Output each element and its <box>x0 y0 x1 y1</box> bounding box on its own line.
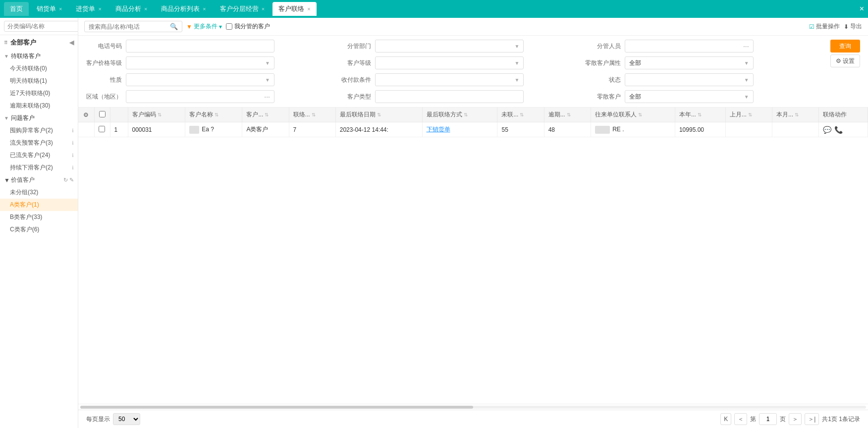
th-settings[interactable]: ⚙ <box>78 107 94 122</box>
sidebar-item-abnormal[interactable]: 囤购异常客户(2) ℹ <box>0 124 78 137</box>
sidebar-item-ungroup[interactable]: 未分组(32) <box>0 186 78 199</box>
horizontal-scrollbar[interactable] <box>78 404 868 410</box>
my-customers-checkbox[interactable] <box>226 23 232 30</box>
adv-field-customer-type: 客户类型 <box>335 90 575 103</box>
tab-product-list[interactable]: 商品分析列表 × <box>155 2 212 16</box>
th-last-date-label: 最后联络日期 <box>340 111 376 118</box>
sidebar-item-warning[interactable]: 流失预警客户(3) ℹ <box>0 137 78 149</box>
action-phone-icon[interactable]: 📞 <box>834 126 843 134</box>
sidebar-item-abnormal-label: 囤购异常客户(2) <box>10 126 53 135</box>
th-no-contact[interactable]: 未联...⇅ <box>497 107 544 122</box>
sidebar-item-today[interactable]: 今天待联络(0) <box>0 62 78 75</box>
edit-icon[interactable]: ✎ <box>69 177 74 183</box>
tab-product-analysis-close[interactable]: × <box>144 6 147 12</box>
th-this-month[interactable]: 本月...⇅ <box>772 107 818 122</box>
adv-select-region[interactable]: ··· <box>126 90 274 103</box>
tab-product-analysis[interactable]: 商品分析 × <box>109 2 153 16</box>
tab-sales-close[interactable]: × <box>59 6 62 12</box>
tab-customer-contact[interactable]: 客户联络 × <box>272 2 316 16</box>
th-overdue[interactable]: 逾期...⇅ <box>544 107 591 122</box>
first-page-btn[interactable]: K <box>720 413 731 425</box>
sort-icon-overdue: ⇅ <box>567 112 571 117</box>
tab-purchase[interactable]: 进货单 × <box>70 2 107 16</box>
refresh-icon[interactable]: ↻ <box>63 177 68 183</box>
adv-select-price-level[interactable]: ▼ <box>126 56 274 69</box>
row-last-method[interactable]: 下销货单 <box>427 126 450 133</box>
adv-field-price-level: 客户价格等级 ▼ <box>86 56 326 69</box>
adv-input-phone[interactable] <box>126 40 274 53</box>
last-page-btn[interactable]: ＞| <box>805 413 819 425</box>
sidebar-item-c-class[interactable]: C类客户(6) <box>0 223 78 236</box>
export-btn[interactable]: ⬇ 导出 <box>844 22 862 31</box>
sidebar-item-7days[interactable]: 近7天待联络(0) <box>0 87 78 100</box>
content-area: 🔍 ▼ 更多条件 ▾ 我分管的客户 ☑ 批量操作 ⬇ 导出 <box>78 18 868 428</box>
sidebar-item-tomorrow[interactable]: 明天待联络(1) <box>0 75 78 87</box>
th-type[interactable]: 客户...⇅ <box>242 107 289 122</box>
row-checkbox[interactable] <box>99 126 105 132</box>
sidebar-collapse-icon[interactable]: ◀ <box>69 39 74 46</box>
sidebar-group-pending[interactable]: ▼ 待联络客户 <box>0 50 78 62</box>
adv-select-nature[interactable]: ▼ <box>126 73 274 86</box>
sidebar-item-a-class[interactable]: A类客户(1) <box>0 199 78 211</box>
select-all-checkbox[interactable] <box>99 111 106 117</box>
th-last-method[interactable]: 最后联络方式⇅ <box>422 107 497 122</box>
th-contact[interactable]: 联络...⇅ <box>289 107 335 122</box>
adv-select-payment[interactable]: ▼ <box>375 73 524 86</box>
query-button[interactable]: 查询 <box>830 40 860 53</box>
action-message-icon[interactable]: 💬 <box>823 126 831 134</box>
sidebar-item-lost[interactable]: 已流失客户(24) ℹ <box>0 149 78 161</box>
sidebar-item-today-label: 今天待联络(0) <box>10 64 47 73</box>
filter-search-icon[interactable]: 🔍 <box>170 23 178 30</box>
bulk-ops-btn[interactable]: ☑ 批量操作 <box>809 22 840 31</box>
adv-label-nature: 性质 <box>86 76 126 84</box>
prev-page-btn[interactable]: ＜ <box>734 413 747 425</box>
tab-product-list-close[interactable]: × <box>203 6 206 12</box>
th-unit-contact[interactable]: 往来单位联系人⇅ <box>591 107 675 122</box>
page-input[interactable] <box>759 413 777 425</box>
adv-label-customer-level: 客户等级 <box>335 59 375 67</box>
window-close-icon[interactable]: × <box>860 4 864 13</box>
sidebar-item-overdue[interactable]: 逾期未联络(30) <box>0 100 78 112</box>
filter-more-btn[interactable]: ▼ 更多条件 ▾ <box>186 22 222 31</box>
adv-select-status[interactable]: ▼ <box>625 73 754 86</box>
tab-customer-contact-close[interactable]: × <box>307 6 310 12</box>
td-last-date: 2023-04-12 14:44: <box>335 122 422 137</box>
sidebar-item-b-class[interactable]: B类客户(33) <box>0 211 78 223</box>
next-page-btn[interactable]: ＞ <box>789 413 802 425</box>
dots-more-icon[interactable]: ··· <box>743 42 749 50</box>
settings-button[interactable]: ⚙ 设置 <box>830 54 860 67</box>
tab-customer-tier[interactable]: 客户分层经营 × <box>214 2 271 16</box>
th-last-month[interactable]: 上月...⇅ <box>725 107 772 122</box>
th-last-date[interactable]: 最后联络日期⇅ <box>335 107 422 122</box>
adv-label-phone: 电话号码 <box>86 42 126 51</box>
dots-region-icon[interactable]: ··· <box>264 93 270 101</box>
tab-customer-tier-close[interactable]: × <box>262 6 265 12</box>
adv-select-customer-level[interactable]: ▼ <box>375 56 524 69</box>
tab-home[interactable]: 首页 <box>4 2 29 16</box>
bulk-ops-label: 批量操作 <box>816 22 840 31</box>
per-page-select[interactable]: 50 100 200 <box>113 413 140 425</box>
scrollbar-thumb[interactable] <box>80 406 473 409</box>
scrollbar-track[interactable] <box>80 406 866 409</box>
th-this-year[interactable]: 本年...⇅ <box>675 107 725 122</box>
sidebar-search-input[interactable] <box>4 21 78 32</box>
sidebar-all-customers[interactable]: ⠿ 全部客户 ◀ <box>0 35 78 50</box>
sidebar-group-value[interactable]: ▼ 价值客户 ↻ ✎ <box>0 174 78 186</box>
table-wrapper[interactable]: ⚙ 客户编码⇅ 客户名称⇅ 客户...⇅ 联络...⇅ 最后联络日期⇅ 最后联络… <box>78 107 868 404</box>
adv-select-manager[interactable]: ··· <box>625 40 754 53</box>
th-this-year-label: 本年... <box>679 111 696 118</box>
adv-select-retail-attr[interactable]: 全部 ▼ <box>625 56 754 69</box>
td-check[interactable] <box>94 122 110 137</box>
my-customers-checkbox-container[interactable]: 我分管的客户 <box>226 22 270 31</box>
adv-select-customer-type[interactable] <box>375 90 524 103</box>
adv-select-retail[interactable]: 全部 ▼ <box>625 90 754 103</box>
tab-sales[interactable]: 销货单 × <box>31 2 68 16</box>
adv-select-dept[interactable]: ▼ <box>375 40 524 53</box>
th-check[interactable] <box>94 107 110 122</box>
th-name[interactable]: 客户名称⇅ <box>185 107 242 122</box>
filter-search-input[interactable] <box>89 23 168 30</box>
sidebar-group-problem[interactable]: ▼ 问题客户 <box>0 112 78 124</box>
th-code[interactable]: 客户编码⇅ <box>128 107 185 122</box>
tab-purchase-close[interactable]: × <box>98 6 101 12</box>
sidebar-item-declining[interactable]: 持续下滑客户(2) ℹ <box>0 161 78 174</box>
